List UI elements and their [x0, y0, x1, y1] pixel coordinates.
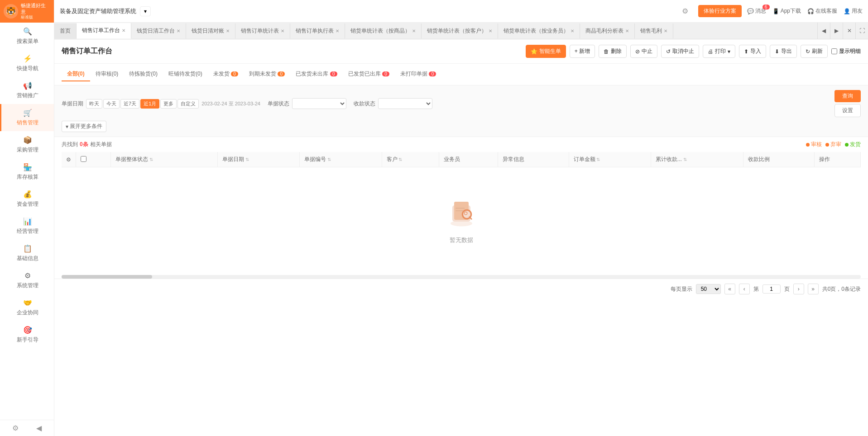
col-received[interactable]: 累计收款... — [651, 152, 743, 167]
horizontal-scrollbar[interactable] — [62, 275, 861, 279]
sidebar-item-guide[interactable]: 🎯 新手引导 — [0, 321, 54, 348]
sidebar-item-enterprise[interactable]: 🤝 企业协同 — [0, 294, 54, 321]
tab-close-icon[interactable]: ✕ — [412, 28, 416, 33]
show-detail-checkbox[interactable] — [831, 48, 837, 54]
tab-close-icon[interactable]: ✕ — [226, 28, 230, 33]
tab-home[interactable]: 首页 — [54, 24, 77, 38]
payment-select[interactable] — [378, 98, 432, 109]
filter-tab-pending-review[interactable]: 待审核(0) — [90, 67, 124, 81]
tab-close-icon[interactable]: ✕ — [664, 28, 667, 33]
filter-tab-wangpu[interactable]: 旺铺待发货(0) — [163, 67, 208, 81]
sidebar-item-operations[interactable]: 📊 经营管理 — [0, 213, 54, 240]
print-button[interactable]: 🖨 打印 ▾ — [703, 45, 735, 58]
col-amount[interactable]: 订单金额 — [569, 152, 651, 167]
sidebar-item-quick-nav[interactable]: ⚡ 快捷导航 — [0, 50, 54, 77]
query-button[interactable]: 查询 — [834, 90, 861, 102]
filter-tab-pending-inspect[interactable]: 待拣验货(0) — [124, 67, 163, 81]
show-detail-label[interactable]: 显示明细 — [831, 47, 861, 55]
tab-close-icon[interactable]: ✕ — [177, 28, 180, 33]
col-number[interactable]: 单据编号 — [300, 152, 382, 167]
next-page-button[interactable]: › — [793, 284, 804, 294]
export-button[interactable]: ⬇ 导出 — [770, 45, 797, 58]
tab-close-icon[interactable]: ✕ — [625, 28, 629, 33]
col-settings[interactable]: ⚙ — [62, 152, 76, 167]
batch-cancel-review-button[interactable]: 弃审 — [825, 141, 841, 148]
tab-sales-exec[interactable]: 销售订单执行表 ✕ — [290, 24, 345, 38]
expand-conditions-button[interactable]: ▾ 展开更多条件 — [62, 121, 106, 132]
sidebar-item-search[interactable]: 🔍 搜索菜单 — [0, 23, 54, 50]
industry-solution-button[interactable]: 体验行业方案 — [698, 5, 742, 17]
tab-nav-next-button[interactable]: ▶ — [830, 23, 843, 39]
col-date[interactable]: 单据日期 — [218, 152, 300, 167]
tab-close-icon[interactable]: ✕ — [336, 28, 339, 33]
sidebar-item-sales[interactable]: 🛒 销售管理 — [0, 104, 54, 131]
user-icon: 👤 — [844, 8, 850, 14]
refresh-button[interactable]: ↻ 刷新 — [801, 45, 828, 58]
sidebar-item-finance[interactable]: 💰 资金管理 — [0, 185, 54, 213]
tab-close-icon[interactable]: ✕ — [122, 28, 125, 33]
tab-close-all-button[interactable]: ✕ — [843, 23, 855, 39]
page-input[interactable] — [762, 284, 781, 294]
tab-sales-staff[interactable]: 销货单统计表（按业务员） ✕ — [498, 24, 580, 38]
select-all-checkbox[interactable] — [81, 156, 86, 162]
topbar-settings-button[interactable]: ⚙ — [677, 5, 693, 18]
col-checkbox[interactable] — [76, 152, 111, 167]
tab-close-icon[interactable]: ✕ — [571, 28, 574, 33]
filter-tab-unshipped[interactable]: 未发货 0 — [208, 67, 244, 81]
base-info-icon: 📋 — [23, 244, 32, 253]
date-btn-more[interactable]: 更多 — [160, 99, 177, 109]
tab-nav-prev-button[interactable]: ◀ — [817, 23, 830, 39]
scrollbar-thumb[interactable] — [62, 275, 152, 279]
date-btn-today[interactable]: 今天 — [103, 99, 120, 109]
col-customer[interactable]: 客户 — [382, 152, 439, 167]
app-download-button[interactable]: 📱 App下载 — [772, 7, 801, 15]
col-status[interactable]: 单据整体状态 — [111, 152, 218, 167]
filter-tab-shipped-out[interactable]: 已发货已出库 0 — [343, 67, 395, 81]
tab-sales-revenue[interactable]: 销售毛利 ✕ — [635, 24, 673, 38]
sidebar-settings-button[interactable]: ⚙ — [12, 424, 19, 432]
tab-margin-analysis[interactable]: 商品毛利分析表 ✕ — [580, 24, 635, 38]
sidebar-item-base-info[interactable]: 📋 基础信息 — [0, 240, 54, 267]
tab-cash-reconcile[interactable]: 钱货日清对账 ✕ — [186, 24, 235, 38]
tab-sales-stats[interactable]: 销售订单统计表 ✕ — [235, 24, 290, 38]
delete-button[interactable]: 🗑 删除 — [599, 45, 627, 58]
batch-review-button[interactable]: 审核 — [806, 141, 822, 148]
date-btn-custom[interactable]: 自定义 — [177, 99, 199, 109]
tab-label: 销售订单统计表 — [241, 27, 279, 35]
date-btn-7days[interactable]: 近7天 — [120, 99, 139, 109]
batch-ship-button[interactable]: 发货 — [845, 141, 861, 148]
tab-close-icon[interactable]: ✕ — [489, 28, 492, 33]
sidebar-collapse-button[interactable]: ◀ — [36, 424, 42, 432]
tab-sales-order-workbench[interactable]: 销售订单工作台 ✕ — [77, 23, 131, 39]
stop-button[interactable]: ⊘ 中止 — [630, 45, 657, 58]
smart-create-button[interactable]: ⭐ 智能生单 — [526, 45, 566, 58]
tab-expand-button[interactable]: ⛶ — [855, 23, 868, 39]
last-page-button[interactable]: » — [808, 284, 819, 294]
messages-button[interactable]: 💬 消息 6 — [747, 7, 766, 15]
sidebar-item-marketing[interactable]: 📢 营销推广 — [0, 77, 54, 104]
online-service-button[interactable]: 🎧 在线客服 — [807, 7, 837, 15]
first-page-button[interactable]: « — [724, 284, 735, 294]
sidebar-item-system[interactable]: ⚙ 系统管理 — [0, 267, 54, 294]
tab-sales-product[interactable]: 销货单统计表（按商品） ✕ — [345, 24, 422, 38]
filter-tab-unprinted[interactable]: 未打印单据 0 — [395, 67, 441, 81]
import-button[interactable]: ⬆ 导入 — [739, 45, 766, 58]
user-button[interactable]: 👤 用友 — [844, 7, 863, 15]
filter-tab-overdue[interactable]: 到期未发货 0 — [244, 67, 290, 81]
search-setting-button[interactable]: 设置 — [834, 104, 861, 117]
system-dropdown-button[interactable]: ▾ — [140, 6, 151, 16]
sidebar-item-inventory[interactable]: 🏪 库存核算 — [0, 158, 54, 185]
tab-cash-daily[interactable]: 钱货日清工作台 ✕ — [131, 24, 186, 38]
cancel-stop-button[interactable]: ↺ 取消中止 — [661, 45, 699, 58]
sidebar-item-purchase[interactable]: 📦 采购管理 — [0, 131, 54, 158]
prev-page-button[interactable]: ‹ — [739, 284, 750, 294]
status-select[interactable] — [292, 98, 346, 109]
filter-tab-all[interactable]: 全部(0) — [62, 67, 90, 81]
add-button[interactable]: + 新增 — [570, 45, 595, 58]
tab-sales-customer[interactable]: 销货单统计表（按客户） ✕ — [422, 24, 498, 38]
filter-tab-shipped-not-out[interactable]: 已发货未出库 0 — [290, 67, 342, 81]
date-btn-1month[interactable]: 近1月 — [140, 99, 159, 109]
per-page-select[interactable]: 50 10 20 100 — [696, 284, 721, 294]
date-btn-yesterday[interactable]: 昨天 — [86, 99, 102, 109]
tab-close-icon[interactable]: ✕ — [281, 28, 284, 33]
